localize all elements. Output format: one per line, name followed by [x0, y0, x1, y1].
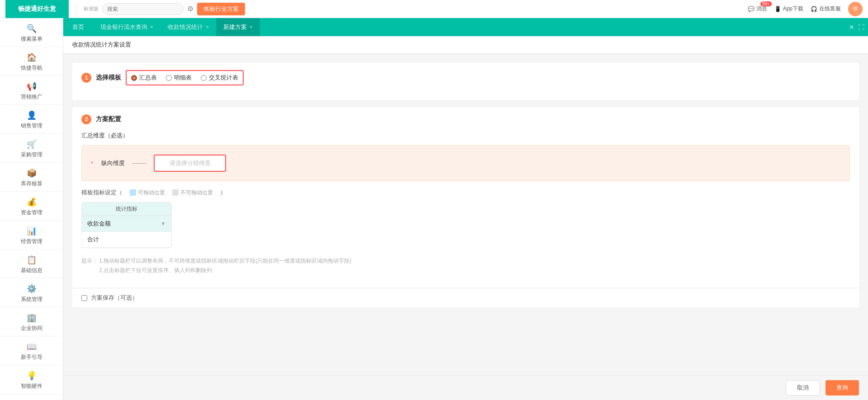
radio-detail[interactable]	[166, 75, 172, 81]
radio-cross[interactable]	[201, 75, 207, 81]
collab-icon: 🏢	[27, 313, 37, 323]
guide-icon: 📖	[27, 342, 37, 352]
dimension-select[interactable]: 请选择分组维度	[154, 155, 226, 172]
sidebar-item-inventory[interactable]: 📦 库存核算	[0, 163, 63, 192]
dimension-row: * 纵向维度 —— 请选择分组维度	[91, 155, 840, 172]
bottom-action-bar: 取消 查询	[63, 375, 868, 400]
tab-new-plan-close[interactable]: ×	[250, 24, 253, 30]
gear-icon[interactable]: ⚙	[187, 5, 193, 13]
tab-new-plan-label: 新建方案	[223, 23, 247, 31]
user-avatar[interactable]: 张	[848, 2, 863, 16]
purchase-icon: 🛒	[27, 139, 37, 149]
top-bar: 畅捷通好生意 标准版 ⚙ 体验行业方案 💬 消息 99+ 📱 App下载 🎧 在…	[0, 0, 868, 18]
tab-new-plan[interactable]: 新建方案 ×	[216, 18, 260, 36]
tab-home[interactable]: 首页	[63, 18, 93, 36]
message-action[interactable]: 💬 消息 99+	[748, 5, 767, 13]
sales-icon: 👤	[27, 110, 37, 120]
draggable-label: 可拖动位置	[138, 189, 165, 197]
vertical-dimension-label: 纵向维度	[101, 159, 125, 167]
step2-title: 方案配置	[96, 115, 121, 123]
query-button[interactable]: 查询	[826, 380, 859, 395]
tab-maximize-icon[interactable]: ⛶	[858, 24, 864, 31]
option-cross[interactable]: 交叉统计表	[201, 74, 238, 82]
base-icon: 📋	[27, 255, 37, 265]
save-checkbox[interactable]	[81, 295, 87, 301]
management-icon: 📊	[27, 226, 37, 236]
step1-number: 1	[81, 73, 91, 83]
logo: 畅捷通好生意	[5, 0, 69, 18]
required-star: *	[91, 160, 93, 167]
sidebar-item-label: 销售管理	[21, 122, 42, 130]
metrics-col-label: 收款金额	[87, 220, 111, 228]
tab-receipts-close[interactable]: ×	[206, 24, 209, 30]
step2-section: 2 方案配置 汇总维度（必选） * 纵向维度 —— 请选择分组维度	[72, 107, 859, 288]
metrics-col-header[interactable]: 收款金额 ▼	[82, 216, 171, 232]
metrics-table: 统计指标 收款金额 ▼ 合计	[81, 202, 172, 248]
dimension-title: 汇总维度（必选）	[81, 132, 850, 140]
tab-close-window-icon[interactable]: ✕	[849, 24, 854, 31]
tip-1: 提示： 1.拖动标题栏可以调整布局，不可跨维度或指标区域拖动栏目字段(只能在同一…	[81, 257, 850, 265]
page-title: 收款情况统计方案设置	[72, 41, 131, 48]
sidebar-item-base[interactable]: 📋 基础信息	[0, 249, 63, 278]
sidebar-item-guide[interactable]: 📖 新手引导	[0, 336, 63, 365]
radio-summary[interactable]	[131, 75, 137, 81]
non-draggable-color-indicator	[172, 189, 179, 196]
metrics-header: 模板指标设定（ 可拖动位置 不可拖动位置 ）	[81, 188, 850, 197]
sidebar-item-sales[interactable]: 👤 销售管理	[0, 105, 63, 134]
message-icon: 💬	[748, 6, 755, 12]
service-action[interactable]: 🎧 在线客服	[811, 5, 841, 13]
sidebar-item-system[interactable]: ⚙️ 系统管理	[0, 278, 63, 307]
tab-cashflow[interactable]: 现金银行流水查询 ×	[93, 18, 160, 36]
sidebar-item-search[interactable]: 🔍 搜索菜单	[0, 18, 63, 47]
option-cross-label: 交叉统计表	[209, 74, 238, 82]
step2-header: 2 方案配置	[81, 114, 850, 124]
non-draggable-legend: 不可拖动位置	[172, 189, 213, 197]
tab-bar: 首页 现金银行流水查询 × 收款情况统计 × 新建方案 × ✕ ⛶	[63, 18, 868, 36]
search-input[interactable]	[102, 3, 184, 15]
metrics-group-header: 统计指标	[82, 202, 171, 216]
top-actions: 💬 消息 99+ 📱 App下载 🎧 在线客服 张	[748, 2, 863, 16]
tab-receipts-label: 收款情况统计	[168, 23, 203, 31]
sidebar-item-marketing[interactable]: 📢 营销推广	[0, 76, 63, 105]
sidebar-item-label: 企业协同	[21, 325, 42, 332]
edition-label: 标准版	[84, 5, 99, 12]
tab-home-label: 首页	[72, 23, 84, 31]
template-options: 汇总表 明细表 交叉统计表	[126, 70, 244, 85]
home-icon: 🏠	[27, 52, 37, 62]
step1-title: 选择模板	[96, 74, 121, 82]
sidebar-item-home[interactable]: 🏠 快捷导航	[0, 47, 63, 76]
arrow-icon: ——	[132, 159, 146, 167]
marketing-icon: 📢	[27, 81, 37, 91]
download-icon: 📱	[774, 6, 781, 12]
tab-cashflow-close[interactable]: ×	[150, 24, 153, 30]
sidebar-item-label: 库存核算	[21, 180, 42, 188]
option-summary-label: 汇总表	[139, 74, 157, 82]
step1-header: 1 选择模板 汇总表 明细表	[81, 70, 850, 85]
industry-btn[interactable]: 体验行业方案	[197, 3, 245, 15]
tab-receipts[interactable]: 收款情况统计 ×	[160, 18, 216, 36]
step2-number: 2	[81, 114, 91, 124]
download-action[interactable]: 📱 App下载	[774, 5, 803, 13]
message-badge: 99+	[760, 1, 772, 6]
sidebar-item-label: 智能硬件	[21, 382, 42, 390]
sidebar-item-finance[interactable]: 💰 资金管理	[0, 192, 63, 221]
tab-cashflow-label: 现金银行流水查询	[100, 23, 147, 31]
cancel-button[interactable]: 取消	[786, 380, 820, 395]
sidebar-item-label: 搜索菜单	[21, 35, 42, 43]
form-content: 1 选择模板 汇总表 明细表	[63, 54, 868, 375]
sidebar-item-management[interactable]: 📊 经营管理	[0, 221, 63, 249]
sidebar-item-purchase[interactable]: 🛒 采购管理	[0, 134, 63, 163]
non-draggable-label: 不可拖动位置	[180, 189, 213, 197]
sidebar-item-wechat[interactable]: 💬 企业微信	[0, 394, 63, 400]
option-detail[interactable]: 明细表	[166, 74, 192, 82]
step1-section: 1 选择模板 汇总表 明细表	[72, 63, 859, 100]
logo-text: 畅捷通好生意	[18, 5, 56, 13]
sidebar-item-collab[interactable]: 🏢 企业协同	[0, 307, 63, 336]
option-summary[interactable]: 汇总表	[131, 74, 157, 82]
sidebar-item-hardware[interactable]: 💡 智能硬件	[0, 365, 63, 394]
content-area: 收款情况统计方案设置 1 选择模板 汇总表	[63, 36, 868, 400]
inventory-icon: 📦	[27, 168, 37, 178]
sidebar-item-label: 采购管理	[21, 151, 42, 159]
sidebar-item-label: 新手引导	[21, 353, 42, 361]
sidebar-item-label: 经营管理	[21, 238, 42, 245]
